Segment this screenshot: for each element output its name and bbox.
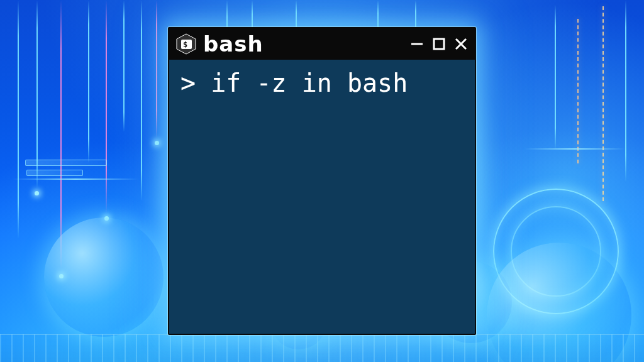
minimize-button[interactable]: [409, 36, 425, 52]
terminal-window: $ bash > if -z in bash: [168, 27, 476, 335]
bash-shell-icon: $: [175, 33, 197, 55]
command-text: if -z in bash: [211, 69, 408, 97]
titlebar[interactable]: $ bash: [169, 28, 475, 60]
svg-text:$: $: [183, 40, 187, 49]
window-controls: [409, 36, 469, 52]
terminal-body[interactable]: > if -z in bash: [169, 60, 475, 334]
prompt: >: [180, 69, 211, 97]
window-title: bash: [203, 33, 264, 55]
close-button[interactable]: [453, 36, 469, 52]
maximize-button[interactable]: [432, 37, 446, 51]
svg-rect-4: [434, 39, 444, 49]
